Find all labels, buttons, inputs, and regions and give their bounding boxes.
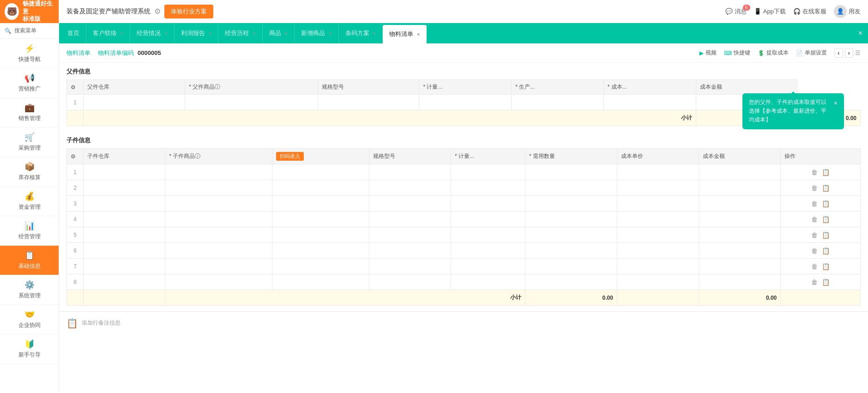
child-spec-cell[interactable] bbox=[369, 243, 451, 259]
child-quantity-cell[interactable] bbox=[525, 243, 617, 259]
list-view-icon[interactable]: ☰ bbox=[855, 49, 861, 56]
tab-history-close[interactable]: × bbox=[253, 30, 255, 36]
online-service-action[interactable]: 🎧 在线客服 bbox=[793, 7, 826, 16]
add-note-icon[interactable]: 📋 bbox=[66, 318, 78, 329]
sidebar-item-enterprise[interactable]: 🤝 企业协同 bbox=[0, 305, 59, 334]
child-quantity-cell[interactable] bbox=[525, 274, 617, 290]
delete-icon[interactable]: 🗑 bbox=[811, 200, 818, 207]
tab-bom-close[interactable]: × bbox=[417, 31, 420, 37]
parent-col-settings[interactable]: ⚙ bbox=[67, 80, 84, 95]
delete-icon[interactable]: 🗑 bbox=[811, 278, 818, 286]
child-spec-cell[interactable] bbox=[369, 212, 451, 227]
child-warehouse-cell[interactable] bbox=[84, 274, 165, 290]
child-scan-cell[interactable] bbox=[272, 243, 369, 259]
tab-goods-close[interactable]: × bbox=[285, 30, 288, 36]
child-warehouse-cell[interactable] bbox=[84, 180, 165, 196]
child-quantity-cell[interactable] bbox=[525, 180, 617, 196]
parent-spec-cell[interactable] bbox=[318, 95, 419, 110]
child-scan-cell[interactable] bbox=[272, 164, 369, 180]
copy-icon[interactable]: 📋 bbox=[822, 184, 830, 192]
tab-barcode[interactable]: 条码方案 × bbox=[339, 23, 383, 43]
sidebar-item-sales[interactable]: 💼 销售管理 bbox=[0, 98, 59, 127]
child-goods-cell[interactable] bbox=[165, 180, 272, 196]
child-goods-cell[interactable] bbox=[165, 274, 272, 290]
delete-icon[interactable]: 🗑 bbox=[811, 231, 818, 239]
sidebar-item-inventory[interactable]: 📦 库存核算 bbox=[0, 157, 59, 187]
copy-icon[interactable]: 📋 bbox=[822, 263, 830, 270]
delete-icon[interactable]: 🗑 bbox=[811, 216, 818, 223]
child-unit-price-cell[interactable] bbox=[617, 274, 699, 290]
child-spec-cell[interactable] bbox=[369, 196, 451, 212]
parent-warehouse-cell[interactable] bbox=[84, 95, 185, 110]
trial-button[interactable]: 体验行业方案 bbox=[164, 5, 213, 18]
settings-icon[interactable]: ⚙ bbox=[154, 7, 161, 16]
child-unit-cell[interactable] bbox=[451, 259, 525, 274]
tab-history[interactable]: 经营历程 × bbox=[218, 23, 262, 43]
child-goods-cell[interactable] bbox=[165, 196, 272, 212]
copy-icon[interactable]: 📋 bbox=[822, 169, 830, 176]
user-action[interactable]: 👤 用友 bbox=[834, 5, 861, 18]
child-warehouse-cell[interactable] bbox=[84, 259, 165, 274]
sidebar-item-purchase[interactable]: 🛒 采购管理 bbox=[0, 127, 59, 157]
child-col-settings[interactable]: ⚙ bbox=[67, 149, 84, 164]
child-unit-cell[interactable] bbox=[451, 196, 525, 212]
tooltip-close-button[interactable]: × bbox=[834, 98, 838, 108]
child-quantity-cell[interactable] bbox=[525, 164, 617, 180]
tab-barcode-close[interactable]: × bbox=[373, 30, 376, 36]
child-unit-cell[interactable] bbox=[451, 227, 525, 243]
child-warehouse-cell[interactable] bbox=[84, 212, 165, 227]
copy-icon[interactable]: 📋 bbox=[822, 200, 830, 207]
sidebar-item-marketing[interactable]: 📢 营销推广 bbox=[0, 68, 59, 98]
next-page-button[interactable]: › bbox=[845, 48, 853, 58]
copy-icon[interactable]: 📋 bbox=[822, 231, 830, 239]
tab-new-goods-close[interactable]: × bbox=[329, 30, 332, 36]
parent-cost-cell[interactable] bbox=[603, 95, 696, 110]
parent-unit-cell[interactable] bbox=[419, 95, 512, 110]
child-spec-cell[interactable] bbox=[369, 227, 451, 243]
parent-production-cell[interactable] bbox=[512, 95, 604, 110]
child-warehouse-cell[interactable] bbox=[84, 227, 165, 243]
tab-new-goods[interactable]: 新增商品 × bbox=[295, 23, 338, 43]
child-quantity-cell[interactable] bbox=[525, 259, 617, 274]
child-unit-cell[interactable] bbox=[451, 164, 525, 180]
copy-icon[interactable]: 📋 bbox=[822, 278, 830, 286]
sidebar-item-quick-nav[interactable]: ⚡ 快捷导航 bbox=[0, 39, 59, 68]
app-download-action[interactable]: 📱 App下载 bbox=[754, 7, 786, 16]
delete-icon[interactable]: 🗑 bbox=[811, 184, 818, 192]
tab-profit[interactable]: 利润报告 × bbox=[175, 23, 218, 43]
child-spec-cell[interactable] bbox=[369, 274, 451, 290]
child-scan-cell[interactable] bbox=[272, 227, 369, 243]
tab-customer[interactable]: 客户联络 × bbox=[86, 23, 130, 43]
search-menu[interactable]: 🔍 搜索菜单 bbox=[0, 23, 59, 39]
child-scan-cell[interactable] bbox=[272, 259, 369, 274]
child-goods-cell[interactable] bbox=[165, 164, 272, 180]
child-scan-cell[interactable] bbox=[272, 274, 369, 290]
tab-business[interactable]: 经营情况 × bbox=[130, 23, 174, 43]
child-unit-cell[interactable] bbox=[451, 274, 525, 290]
prev-page-button[interactable]: ‹ bbox=[834, 48, 843, 58]
sidebar-item-finance[interactable]: 💰 资金管理 bbox=[0, 187, 59, 216]
scan-button[interactable]: 扫码录入 bbox=[276, 152, 304, 161]
child-unit-price-cell[interactable] bbox=[617, 243, 699, 259]
breadcrumb-code-label[interactable]: 物料清单编码 bbox=[98, 49, 134, 57]
child-unit-price-cell[interactable] bbox=[617, 180, 699, 196]
delete-icon[interactable]: 🗑 bbox=[811, 247, 818, 254]
child-quantity-cell[interactable] bbox=[525, 227, 617, 243]
cost-button[interactable]: 💲 提取成本 bbox=[758, 49, 789, 57]
message-action[interactable]: 💬 消息 6 bbox=[725, 7, 747, 16]
sidebar-item-guide[interactable]: 🔰 新手引导 bbox=[0, 334, 59, 364]
child-spec-cell[interactable] bbox=[369, 164, 451, 180]
breadcrumb-bom[interactable]: 物料清单 bbox=[66, 49, 90, 57]
child-scan-cell[interactable] bbox=[272, 180, 369, 196]
sidebar-item-basic-info[interactable]: 📋 基础信息 bbox=[0, 246, 59, 275]
copy-icon[interactable]: 📋 bbox=[822, 216, 830, 223]
child-unit-price-cell[interactable] bbox=[617, 212, 699, 227]
child-quantity-cell[interactable] bbox=[525, 196, 617, 212]
child-warehouse-cell[interactable] bbox=[84, 164, 165, 180]
sidebar-item-system[interactable]: ⚙️ 系统管理 bbox=[0, 275, 59, 305]
delete-icon[interactable]: 🗑 bbox=[811, 169, 818, 176]
child-unit-cell[interactable] bbox=[451, 212, 525, 227]
child-goods-cell[interactable] bbox=[165, 259, 272, 274]
tab-home[interactable]: 首页 bbox=[61, 23, 86, 43]
child-unit-price-cell[interactable] bbox=[617, 259, 699, 274]
